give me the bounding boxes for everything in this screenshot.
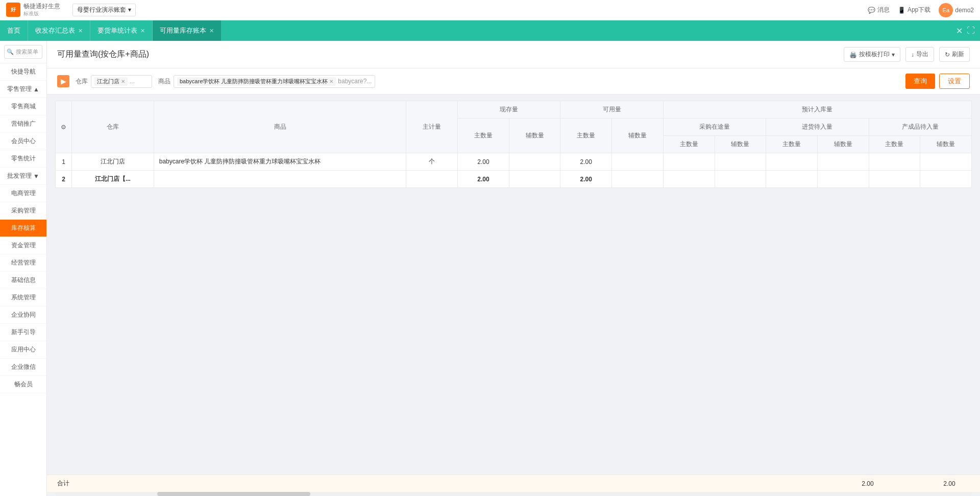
footer-total-row: 合计 2.00 2.00 — [47, 475, 980, 492]
avail-main-total: 2.00 — [929, 480, 970, 487]
th-current-stock: 现存量 — [458, 101, 560, 119]
sidebar-item-app-center[interactable]: 应用中心 — [0, 341, 46, 359]
row1-prod-aux — [920, 153, 972, 171]
expand-icon[interactable]: ⛶ — [967, 26, 975, 35]
download-btn[interactable]: 📱 App下载 — [898, 6, 930, 14]
export-btn[interactable]: ↓ 导出 — [905, 47, 934, 62]
sidebar-item-ecommerce[interactable]: 电商管理 — [0, 185, 46, 202]
page-title: 可用量查询(按仓库+商品) — [57, 49, 149, 60]
arrow-down-icon: ▼ — [33, 173, 39, 180]
total-label: 合计 — [57, 479, 159, 488]
row2-prod-main — [869, 171, 920, 188]
th-stock-main-qty: 主数量 — [458, 119, 509, 153]
dropdown-icon: ▾ — [892, 51, 895, 58]
tab-home[interactable]: 首页 — [0, 20, 28, 41]
sidebar-item-member2[interactable]: 畅会员 — [0, 376, 46, 393]
home-tab-label: 首页 — [7, 26, 20, 35]
sidebar-item-basic-info[interactable]: 基础信息 — [0, 272, 46, 289]
th-settings[interactable]: ⚙ — [56, 101, 72, 153]
sidebar-item-member[interactable]: 会员中心 — [0, 133, 46, 150]
th-warehouse: 仓库 — [72, 101, 154, 153]
sidebar-search-area: 🔍 搜索菜单 — [0, 41, 46, 63]
sidebar-item-system[interactable]: 系统管理 — [0, 289, 46, 306]
message-btn[interactable]: 💬 消息 — [868, 6, 890, 14]
th-avail-main-qty: 主数量 — [560, 119, 612, 153]
user-menu[interactable]: Ea demo2 — [939, 3, 974, 17]
sidebar-item-purchase[interactable]: 采购管理 — [0, 202, 46, 220]
tab-receipt[interactable]: 收发存汇总表 ✕ — [28, 20, 90, 41]
refresh-btn[interactable]: ↻ 刷新 — [939, 47, 970, 62]
warehouse-tag-container[interactable]: 江北门店 ✕ ... — [91, 75, 152, 88]
sidebar-item-wholesale-mgmt[interactable]: 批发管理 ▼ — [0, 168, 46, 185]
product-filter-group: 商品 babycare学饮杯 儿童防摔防撞吸管杯重力球吸嘴杯宝宝水杯 ✕ bab… — [158, 75, 375, 88]
horizontal-scrollbar[interactable] — [55, 492, 972, 496]
search-icon: 🔍 — [7, 49, 14, 55]
sidebar-item-enterprise[interactable]: 企业协同 — [0, 306, 46, 324]
avatar: Ea — [939, 3, 953, 17]
row1-avail-aux — [612, 153, 664, 171]
row2-stock-main: 2.00 — [458, 171, 509, 188]
row1-incoming-aux — [817, 153, 869, 171]
filter-toggle-btn[interactable]: ▶ — [57, 75, 69, 87]
industry-label: 母婴行业演示账套 — [77, 6, 126, 14]
stock-main-total: 2.00 — [847, 480, 888, 487]
tab-inventory-close[interactable]: ✕ — [209, 28, 214, 34]
sidebar-item-marketing[interactable]: 营销推广 — [0, 115, 46, 133]
product-label: 商品 — [158, 77, 170, 86]
th-stock-aux-qty: 辅数量 — [509, 119, 560, 153]
table-row: 2 江北门店【... 2.00 2.00 — [56, 171, 972, 188]
top-bar-left: 好 畅捷通好生意 标准版 母婴行业演示账套 ▾ — [6, 3, 136, 17]
close-all-icon[interactable]: ✕ — [956, 26, 963, 36]
row1-incoming-main — [766, 153, 818, 171]
settings-btn[interactable]: 设置 — [939, 74, 970, 89]
product-more: babycare?... — [338, 78, 372, 85]
tab-order-close[interactable]: ✕ — [140, 28, 145, 34]
product-tag-container[interactable]: babycare学饮杯 儿童防摔防撞吸管杯重力球吸嘴杯宝宝水杯 ✕ babyca… — [174, 75, 375, 88]
download-icon: 📱 — [898, 7, 905, 14]
tab-inventory[interactable]: 可用量库存账本 ✕ — [153, 20, 222, 41]
sidebar-item-quick-nav[interactable]: 快捷导航 — [0, 63, 46, 81]
row2-product — [154, 171, 406, 188]
row1-avail-main: 2.00 — [560, 153, 612, 171]
th-purchase-main: 主数量 — [663, 136, 715, 153]
row1-purchase-aux — [715, 153, 766, 171]
th-product: 商品 — [154, 101, 406, 153]
scrollbar-thumb[interactable] — [157, 492, 310, 496]
sidebar-item-operations[interactable]: 经营管理 — [0, 254, 46, 272]
th-incoming: 进货待入量 — [766, 119, 869, 136]
product-tag-remove[interactable]: ✕ — [329, 79, 333, 84]
row1-unit: 个 — [406, 153, 458, 171]
sidebar-item-inventory-check[interactable]: 库存核算 — [0, 220, 46, 237]
industry-select[interactable]: 母婴行业演示账套 ▾ — [72, 4, 136, 16]
sidebar-item-enterprise-wechat[interactable]: 企业微信 — [0, 359, 46, 376]
arrow-icon: ▲ — [33, 86, 39, 93]
table-row: 1 江北门店 babycare学饮杯 儿童防摔防撞吸管杯重力球吸嘴杯宝宝水杯 个… — [56, 153, 972, 171]
print-template-btn[interactable]: 🖨️ 按模板打印 ▾ — [844, 47, 900, 62]
warehouse-tag-remove[interactable]: ✕ — [121, 79, 125, 84]
row2-unit — [406, 171, 458, 188]
receipt-tab-label: 收发存汇总表 — [35, 26, 75, 35]
export-icon: ↓ — [911, 51, 914, 58]
row2-purchase-aux — [715, 171, 766, 188]
sidebar-item-new-guide[interactable]: 新手引导 — [0, 324, 46, 341]
warehouse-tag-1: 江北门店 ✕ — [94, 77, 128, 86]
row1-stock-main: 2.00 — [458, 153, 509, 171]
sidebar-item-retail-stats[interactable]: 零售统计 — [0, 150, 46, 168]
warehouse-more: ... — [130, 78, 135, 85]
tab-receipt-close[interactable]: ✕ — [78, 28, 83, 34]
row1-purchase-main — [663, 153, 715, 171]
sidebar-item-retail-mgmt[interactable]: 零售管理 ▲ — [0, 81, 46, 98]
message-icon: 💬 — [868, 7, 875, 14]
th-incoming-main: 主数量 — [766, 136, 818, 153]
sidebar-item-retail-mall[interactable]: 零售商城 — [0, 98, 46, 115]
th-available: 可用量 — [560, 101, 663, 119]
warehouse-label: 仓库 — [76, 77, 88, 86]
row1-stock-aux — [509, 153, 560, 171]
tab-order[interactable]: 要货单统计表 ✕ — [90, 20, 153, 41]
query-btn[interactable]: 查询 — [905, 74, 935, 89]
sidebar-item-finance[interactable]: 资金管理 — [0, 237, 46, 254]
sidebar-search-btn[interactable]: 🔍 搜索菜单 — [4, 45, 42, 59]
logo-icon: 好 — [6, 3, 20, 17]
top-bar: 好 畅捷通好生意 标准版 母婴行业演示账套 ▾ 💬 消息 📱 App下载 Ea … — [0, 0, 980, 20]
th-avail-aux-qty: 辅数量 — [612, 119, 664, 153]
